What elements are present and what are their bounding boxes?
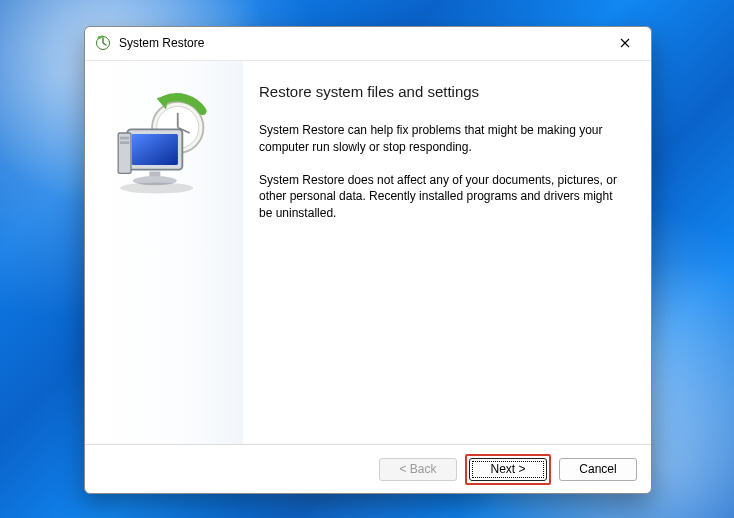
- description-paragraph-1: System Restore can help fix problems tha…: [259, 122, 623, 156]
- wizard-footer: < Back Next > Cancel: [85, 445, 651, 493]
- svg-rect-7: [132, 134, 178, 165]
- back-button: < Back: [379, 458, 457, 481]
- window-title: System Restore: [119, 36, 204, 50]
- system-restore-illustration-icon: [109, 89, 219, 199]
- next-button-highlight: Next >: [465, 454, 551, 485]
- svg-rect-10: [120, 141, 129, 144]
- cancel-button[interactable]: Cancel: [559, 458, 637, 481]
- wizard-sidebar: [85, 61, 243, 444]
- system-restore-window: System Restore: [84, 26, 652, 494]
- page-heading: Restore system files and settings: [259, 83, 623, 100]
- desktop-background: System Restore: [0, 0, 734, 518]
- svg-rect-9: [120, 137, 129, 140]
- next-button-label: Next >: [490, 462, 525, 476]
- cancel-button-label: Cancel: [579, 462, 616, 476]
- svg-point-13: [120, 183, 193, 194]
- titlebar: System Restore: [85, 27, 651, 60]
- back-button-label: < Back: [399, 462, 436, 476]
- system-restore-app-icon: [95, 35, 111, 51]
- description-paragraph-2: System Restore does not affect any of yo…: [259, 172, 623, 222]
- wizard-content: Restore system files and settings System…: [243, 61, 651, 444]
- dialog-body: Restore system files and settings System…: [85, 60, 651, 445]
- next-button[interactable]: Next >: [469, 458, 547, 481]
- close-button[interactable]: [605, 29, 645, 57]
